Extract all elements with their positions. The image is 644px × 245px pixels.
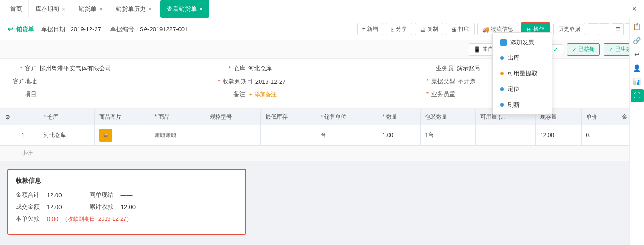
customer-field: * 客户 柳州粤港平安气体有限公司 bbox=[9, 64, 218, 73]
doc-number-label: 单据编号 SA-20191227-001 bbox=[110, 25, 188, 34]
col-quantity: * 数量 bbox=[378, 109, 420, 125]
warehouse-field: * 仓库 河北仓库 bbox=[218, 64, 426, 73]
row-unit: 台 bbox=[316, 125, 378, 146]
tab-bar: 首页 库存期初 × 销货单 × 销货单历史 × 查看销货单 × × bbox=[0, 0, 644, 18]
address-field: 客户地址 —— bbox=[9, 77, 218, 85]
row-package-qty: 1台 bbox=[420, 125, 476, 146]
col-unit: * 销售单位 bbox=[316, 109, 378, 125]
row-spec bbox=[205, 125, 261, 146]
due-date-field: * 收款到期日 2019-12-27 bbox=[218, 77, 426, 85]
refresh-dot bbox=[500, 103, 504, 107]
doc-nav-arrows: ‹ › bbox=[588, 23, 609, 35]
tab-home[interactable]: 首页 bbox=[4, 0, 29, 18]
row-settings[interactable] bbox=[0, 125, 17, 146]
phone-icon: 📱 bbox=[474, 46, 480, 53]
copy-icon: ⿻ bbox=[420, 26, 425, 33]
same-order-settlement-field: 同单现结 —— bbox=[90, 191, 133, 199]
col-min-stock: 最低库存 bbox=[260, 109, 316, 125]
payment-row-3: 本单欠款 0.00 （收款到期日: 2019-12-27） bbox=[16, 215, 238, 223]
tab-inventory-init[interactable]: 库存期初 × bbox=[29, 0, 72, 18]
check-icon: ✓ bbox=[554, 46, 558, 53]
table-row: 1 河北仓库 📦 嘻嘻嘻嘻 台 1.00 1台 12.00 0. bbox=[0, 125, 644, 146]
close-tab-history[interactable]: × bbox=[148, 6, 152, 12]
window-close-button[interactable]: × bbox=[628, 4, 640, 14]
grid-icon: ⊞ bbox=[527, 26, 531, 33]
col-package-qty: 包装数量 bbox=[420, 109, 476, 125]
add-note-button[interactable]: ＋ 添加备注 bbox=[248, 91, 277, 98]
copy-button[interactable]: ⿻ 复制 bbox=[415, 23, 443, 35]
product-thumbnail: 📦 bbox=[99, 129, 112, 142]
sidebar-icon-link[interactable]: 🔗 bbox=[631, 34, 644, 47]
col-seq bbox=[17, 109, 39, 125]
payment-title: 收款信息 bbox=[16, 177, 238, 185]
transaction-amount-field: 成交金额 12.00 bbox=[16, 203, 62, 211]
right-sidebar: 📋 🔗 ↩ 👤 📊 ⛶ bbox=[629, 18, 644, 242]
truck-icon: 🚚 bbox=[482, 26, 489, 33]
product-table-container: ⚙ * 仓库 商品图片 * 商品 规格型号 最低库存 * 销售单位 * 数量 包… bbox=[0, 109, 644, 161]
cumulative-receipt-field: 累计收款 12.00 bbox=[90, 203, 136, 211]
row-min-stock bbox=[260, 125, 316, 146]
doc-meta: 单据日期 2019-12-27 单据编号 SA-20191227-001 bbox=[41, 25, 188, 34]
outbound-dot bbox=[500, 56, 504, 60]
tab-sales-order[interactable]: 销货单 × bbox=[72, 0, 109, 18]
sidebar-icon-expand[interactable]: ⛶ bbox=[631, 89, 644, 102]
check-effective-icon: ✓ bbox=[609, 46, 613, 53]
sidebar-icon-chart[interactable]: 📊 bbox=[631, 75, 644, 88]
new-button[interactable]: + 新增 bbox=[357, 23, 383, 35]
project-field: 项目 —— bbox=[9, 90, 218, 98]
row-stock: 12.00 bbox=[536, 125, 582, 146]
close-tab-view[interactable]: × bbox=[199, 6, 203, 12]
tab-sales-history[interactable]: 销货单历史 × bbox=[109, 0, 158, 18]
row-warehouse: 河北仓库 bbox=[39, 125, 95, 146]
dropdown-item-refresh[interactable]: 刷新 bbox=[493, 97, 552, 113]
doc-date-label: 单据日期 2019-12-27 bbox=[41, 25, 101, 34]
print-button[interactable]: 🖨 打印 bbox=[446, 23, 475, 35]
share-button[interactable]: ⎘ 分享 bbox=[386, 23, 412, 35]
sidebar-icon-return[interactable]: ↩ bbox=[631, 48, 644, 61]
col-product: * 商品 bbox=[150, 109, 205, 125]
close-tab-sales[interactable]: × bbox=[99, 6, 102, 12]
share-icon: ⎘ bbox=[391, 27, 394, 32]
prev-doc-button[interactable]: ‹ bbox=[588, 23, 598, 35]
dropdown-item-locate[interactable]: 定位 bbox=[493, 81, 552, 97]
col-warehouse: * 仓库 bbox=[39, 109, 95, 125]
operations-dropdown: 添加发票 出库 可用量提取 定位 刷新 bbox=[492, 32, 552, 115]
invoice-icon bbox=[500, 39, 507, 46]
row-quantity: 1.00 bbox=[378, 125, 420, 146]
col-spec: 规格型号 bbox=[205, 109, 261, 125]
payment-section: 收款信息 金额合计 12.00 同单现结 —— 成交金额 12.00 累计收款 … bbox=[7, 169, 246, 235]
subtotal-row: 小计 bbox=[0, 146, 644, 161]
list-view-button[interactable]: ☰ bbox=[612, 23, 624, 35]
payment-row-2: 成交金额 12.00 累计收款 12.00 bbox=[16, 203, 238, 211]
payment-row-1: 金额合计 12.00 同单现结 —— bbox=[16, 191, 238, 199]
print-icon: 🖨 bbox=[451, 26, 457, 33]
revoked-button[interactable]: ✓ 已核销 bbox=[567, 43, 600, 56]
row-seq: 1 bbox=[17, 125, 39, 146]
next-doc-button[interactable]: › bbox=[599, 23, 609, 35]
dropdown-item-outbound[interactable]: 出库 bbox=[493, 50, 552, 66]
plus-icon: ＋ bbox=[248, 91, 254, 98]
close-tab-inventory[interactable]: × bbox=[62, 6, 65, 12]
subtotal-label: 小计 bbox=[17, 146, 644, 161]
row-image: 📦 bbox=[94, 125, 150, 146]
history-button[interactable]: 历史单据 bbox=[553, 23, 585, 35]
doc-title: ↩ 销货单 bbox=[7, 25, 34, 34]
sidebar-icon-user[interactable]: 👤 bbox=[631, 62, 644, 74]
dropdown-item-add-invoice[interactable]: 添加发票 bbox=[493, 34, 552, 50]
col-settings: ⚙ bbox=[0, 109, 17, 125]
current-owed-field: 本单欠款 0.00 （收款到期日: 2019-12-27） bbox=[16, 215, 132, 223]
locate-dot bbox=[500, 87, 504, 91]
note-field: 备注 ＋ 添加备注 bbox=[218, 90, 426, 98]
col-image: 商品图片 bbox=[94, 109, 150, 125]
product-table: ⚙ * 仓库 商品图片 * 商品 规格型号 最低库存 * 销售单位 * 数量 包… bbox=[0, 109, 644, 161]
sidebar-icon-copy[interactable]: 📋 bbox=[631, 20, 644, 33]
row-available bbox=[476, 125, 536, 146]
check-revoked-icon: ✓ bbox=[572, 46, 576, 53]
row-unit-price: 0. bbox=[581, 125, 617, 146]
total-amount-field: 金额合计 12.00 bbox=[16, 191, 62, 199]
extract-dot bbox=[500, 72, 504, 75]
col-unit-price: 单价 bbox=[581, 109, 617, 125]
dropdown-item-available-extract[interactable]: 可用量提取 bbox=[493, 66, 552, 81]
row-product: 嘻嘻嘻嘻 bbox=[150, 125, 205, 146]
tab-view-sales[interactable]: 查看销货单 × bbox=[160, 0, 209, 18]
